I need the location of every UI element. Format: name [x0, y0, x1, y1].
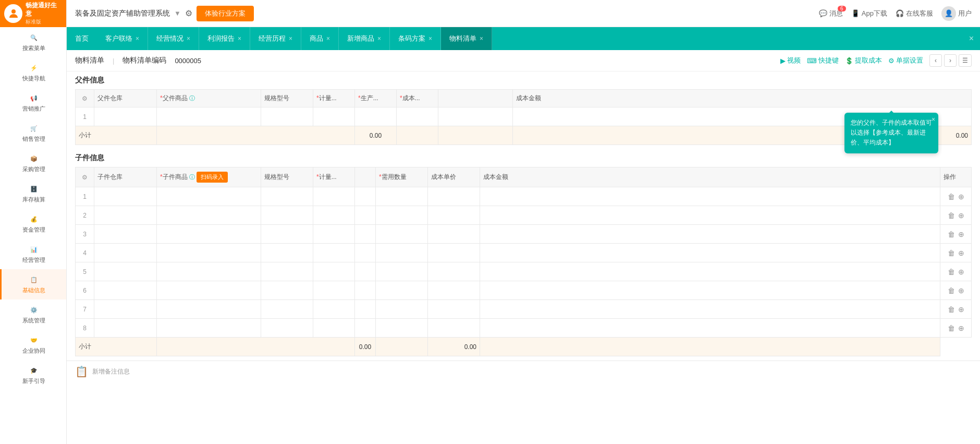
child-warehouse-cell-6[interactable]: [94, 281, 157, 300]
prev-button[interactable]: ‹: [929, 54, 942, 67]
child-warehouse-cell-1[interactable]: [94, 187, 157, 206]
parent-settings-col[interactable]: ⚙: [76, 90, 94, 107]
tab-profit[interactable]: 利润报告 ×: [199, 27, 250, 50]
copy-icon-5[interactable]: ⊕: [958, 268, 964, 276]
parent-product-cell-1[interactable]: [157, 107, 261, 126]
sidebar-item-info[interactable]: 📋 基础信息: [0, 269, 66, 299]
delete-icon-2[interactable]: 🗑: [948, 211, 955, 220]
child-product-cell-4[interactable]: [157, 244, 261, 262]
child-warehouse-cell-5[interactable]: [94, 262, 157, 281]
child-unit-cell-4[interactable]: [313, 244, 355, 262]
child-unit-cell-3[interactable]: [313, 225, 355, 244]
settings-gear-icon[interactable]: ⚙: [185, 8, 192, 18]
close-profit-icon[interactable]: ×: [238, 35, 241, 42]
child-qty-cell-5[interactable]: [376, 262, 428, 281]
sidebar-item-nav[interactable]: ⚡ 快捷导航: [0, 57, 66, 88]
child-sort-cell-1[interactable]: [355, 187, 376, 206]
tab-bom[interactable]: 物料清单 ×: [441, 27, 492, 50]
child-spec-cell-8[interactable]: [261, 319, 313, 338]
child-spec-cell-6[interactable]: [261, 281, 313, 300]
dropdown-arrow-icon[interactable]: ▼: [174, 9, 181, 17]
child-unit-cell-6[interactable]: [313, 281, 355, 300]
child-sort-cell-8[interactable]: [355, 319, 376, 338]
trial-button[interactable]: 体验行业方案: [197, 6, 254, 21]
child-warehouse-cell-2[interactable]: [94, 206, 157, 225]
sidebar-item-marketing[interactable]: 📢 营销推广: [0, 88, 66, 118]
child-spec-cell-2[interactable]: [261, 206, 313, 225]
child-sort-cell-7[interactable]: [355, 300, 376, 319]
child-sort-cell-3[interactable]: [355, 225, 376, 244]
child-unit-price-cell-1[interactable]: [428, 187, 480, 206]
child-unit-cell-1[interactable]: [313, 187, 355, 206]
sub-tab2[interactable]: 物料清单编码: [123, 56, 166, 65]
sidebar-item-management[interactable]: 📊 经营管理: [0, 239, 66, 269]
child-product-cell-2[interactable]: [157, 206, 261, 225]
child-unit-price-cell-3[interactable]: [428, 225, 480, 244]
child-product-cell-8[interactable]: [157, 319, 261, 338]
close-customers-icon[interactable]: ×: [136, 35, 139, 42]
child-unit-price-cell-4[interactable]: [428, 244, 480, 262]
child-unit-price-cell-6[interactable]: [428, 281, 480, 300]
child-product-cell-7[interactable]: [157, 300, 261, 319]
sidebar-item-search[interactable]: 🔍 搜索菜单: [0, 27, 66, 57]
close-all-tabs-button[interactable]: ×: [963, 34, 980, 43]
online-service-button[interactable]: 🎧 在线客服: [896, 9, 933, 18]
expand-button[interactable]: ☰: [959, 54, 972, 67]
child-unit-price-cell-7[interactable]: [428, 300, 480, 319]
delete-icon-4[interactable]: 🗑: [948, 249, 955, 257]
close-new-product-icon[interactable]: ×: [377, 35, 381, 42]
child-warehouse-cell-7[interactable]: [94, 300, 157, 319]
child-product-cell-5[interactable]: [157, 262, 261, 281]
sidebar-item-guide[interactable]: 🎓 新手引导: [0, 360, 66, 390]
delete-icon-5[interactable]: 🗑: [948, 268, 955, 276]
tab-products[interactable]: 商品 ×: [301, 27, 339, 50]
tab-home[interactable]: 首页: [67, 27, 97, 50]
copy-icon-6[interactable]: ⊕: [958, 286, 964, 295]
view-action[interactable]: ▶ 视频: [780, 56, 801, 65]
child-spec-cell-5[interactable]: [261, 262, 313, 281]
child-spec-cell-4[interactable]: [261, 244, 313, 262]
child-qty-cell-4[interactable]: [376, 244, 428, 262]
parent-spec-cell-1[interactable]: [261, 107, 313, 126]
parent-cost-cell-1[interactable]: [397, 107, 438, 126]
sidebar-item-collab[interactable]: 🤝 企业协同: [0, 330, 66, 360]
parent-warehouse-cell-1[interactable]: [94, 107, 157, 126]
tab-new-product[interactable]: 新增商品 ×: [339, 27, 390, 50]
close-bom-icon[interactable]: ×: [480, 35, 483, 42]
child-qty-cell-6[interactable]: [376, 281, 428, 300]
child-unit-cell-8[interactable]: [313, 319, 355, 338]
scan-button[interactable]: 扫码录入: [197, 172, 228, 183]
child-unit-cell-2[interactable]: [313, 206, 355, 225]
tab-history[interactable]: 经营历程 ×: [250, 27, 301, 50]
child-qty-cell-1[interactable]: [376, 187, 428, 206]
close-barcode-icon[interactable]: ×: [428, 35, 432, 42]
tab-operations[interactable]: 经营情况 ×: [148, 27, 199, 50]
child-product-cell-6[interactable]: [157, 281, 261, 300]
delete-icon-3[interactable]: 🗑: [948, 230, 955, 238]
sidebar-item-sales[interactable]: 🛒 销售管理: [0, 118, 66, 148]
delete-icon-7[interactable]: 🗑: [948, 305, 955, 314]
child-unit-cell-5[interactable]: [313, 262, 355, 281]
sub-tab1[interactable]: 物料清单: [75, 56, 104, 65]
child-warehouse-cell-8[interactable]: [94, 319, 157, 338]
sidebar-item-purchase[interactable]: 📦 采购管理: [0, 148, 66, 178]
message-button[interactable]: 💬 消息 6: [819, 9, 843, 18]
child-qty-cell-7[interactable]: [376, 300, 428, 319]
sidebar-item-system[interactable]: ⚙️ 系统管理: [0, 299, 66, 330]
child-settings-col[interactable]: ⚙: [76, 167, 94, 187]
sidebar-item-inventory[interactable]: 🗄️ 库存核算: [0, 178, 66, 209]
tab-customers[interactable]: 客户联络 ×: [97, 27, 148, 50]
child-unit-cell-7[interactable]: [313, 300, 355, 319]
copy-icon-2[interactable]: ⊕: [958, 211, 964, 220]
close-operations-icon[interactable]: ×: [187, 35, 190, 42]
cost-action[interactable]: 💲 提取成本: [845, 56, 882, 65]
child-sort-cell-4[interactable]: [355, 244, 376, 262]
child-product-cell-3[interactable]: [157, 225, 261, 244]
copy-icon-3[interactable]: ⊕: [958, 230, 964, 238]
child-warehouse-cell-3[interactable]: [94, 225, 157, 244]
delete-icon-8[interactable]: 🗑: [948, 324, 955, 332]
child-qty-cell-2[interactable]: [376, 206, 428, 225]
settings-action[interactable]: ⚙ 单据设置: [888, 56, 923, 65]
child-unit-price-cell-5[interactable]: [428, 262, 480, 281]
parent-prod-cell-1[interactable]: [355, 107, 397, 126]
